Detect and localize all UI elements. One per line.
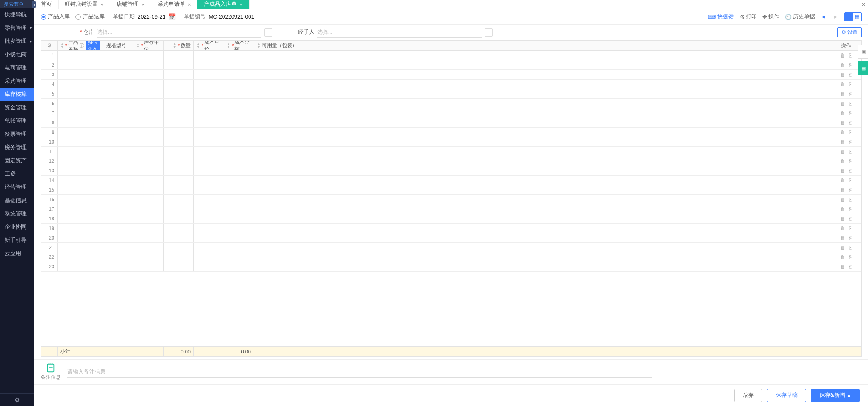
cell-avail[interactable]	[254, 252, 831, 262]
cell-price[interactable]	[194, 214, 224, 223]
cell-avail[interactable]	[254, 224, 831, 233]
tab-3[interactable]: 采购申请单×	[151, 0, 197, 9]
delete-icon[interactable]: 🗑	[840, 206, 845, 212]
close-icon[interactable]: ×	[188, 2, 191, 7]
cell-unit[interactable]	[133, 233, 164, 242]
rail-button-1[interactable]: ▣	[858, 45, 868, 59]
delete-icon[interactable]: 🗑	[840, 225, 845, 231]
cell-unit[interactable]	[133, 51, 164, 60]
cell-unit[interactable]	[133, 147, 164, 156]
table-row[interactable]: 14🗑⎘	[41, 176, 861, 185]
cell-avail[interactable]	[254, 60, 831, 69]
cell-avail[interactable]	[254, 89, 831, 98]
grid-settings-button[interactable]: ⚙ 设置	[837, 27, 862, 37]
delete-icon[interactable]: 🗑	[840, 81, 845, 87]
copy-icon[interactable]: ⎘	[849, 206, 852, 212]
tab-4[interactable]: 产成品入库单×	[197, 0, 249, 9]
scan-badge[interactable]: 扫码录入	[86, 41, 100, 50]
cell-spec[interactable]	[103, 108, 133, 118]
cell-price[interactable]	[194, 70, 224, 79]
copy-icon[interactable]: ⎘	[849, 245, 852, 250]
history-next-button[interactable]: ▶	[832, 13, 839, 21]
cell-amount[interactable]	[224, 224, 254, 233]
view-list-button[interactable]: ≡	[845, 13, 853, 21]
cell-qty[interactable]	[164, 70, 194, 79]
nav-item-2[interactable]: 批发管理▾	[0, 35, 34, 48]
cell-avail[interactable]	[254, 80, 831, 89]
cell-qty[interactable]	[164, 262, 194, 271]
cell-spec[interactable]	[103, 176, 133, 185]
cell-price[interactable]	[194, 128, 224, 137]
copy-icon[interactable]: ⎘	[849, 225, 852, 231]
cell-name[interactable]	[58, 108, 103, 118]
cell-name[interactable]	[58, 252, 103, 262]
tab-1[interactable]: 旺铺店铺设置×	[59, 0, 110, 9]
col-price[interactable]: ▲▼*成本单价	[194, 41, 224, 50]
copy-icon[interactable]: ⎘	[849, 101, 852, 106]
table-row[interactable]: 9🗑⎘	[41, 128, 861, 137]
table-row[interactable]: 15🗑⎘	[41, 185, 861, 195]
cell-amount[interactable]	[224, 195, 254, 204]
sidebar-collapse-handle[interactable]: ◂	[32, 1, 36, 8]
cell-unit[interactable]	[133, 214, 164, 223]
table-row[interactable]: 11🗑⎘	[41, 147, 861, 156]
cell-unit[interactable]	[133, 166, 164, 175]
cell-spec[interactable]	[103, 156, 133, 166]
table-row[interactable]: 21🗑⎘	[41, 243, 861, 252]
cell-price[interactable]	[194, 118, 224, 127]
cell-spec[interactable]	[103, 195, 133, 204]
cell-unit[interactable]	[133, 80, 164, 89]
cell-avail[interactable]	[254, 118, 831, 127]
save-draft-button[interactable]: 保存草稿	[767, 389, 806, 402]
copy-icon[interactable]: ⎘	[849, 187, 852, 192]
cell-amount[interactable]	[224, 128, 254, 137]
copy-icon[interactable]: ⎘	[849, 254, 852, 260]
sidebar-search[interactable]: 搜索菜单	[0, 0, 34, 8]
nav-item-18[interactable]: 云应用	[0, 247, 34, 260]
cell-amount[interactable]	[224, 89, 254, 98]
copy-icon[interactable]: ⎘	[849, 129, 852, 135]
radio-product-out[interactable]: 产品退库	[75, 13, 105, 21]
col-qty[interactable]: ▲▼*数量	[164, 41, 194, 50]
nav-item-14[interactable]: 基础信息	[0, 194, 34, 207]
table-row[interactable]: 12🗑⎘	[41, 156, 861, 166]
col-gear[interactable]: ⚙	[41, 41, 58, 50]
copy-icon[interactable]: ⎘	[849, 62, 852, 68]
cell-avail[interactable]	[254, 51, 831, 60]
cell-qty[interactable]	[164, 233, 194, 242]
copy-icon[interactable]: ⎘	[849, 197, 852, 202]
table-row[interactable]: 16🗑⎘	[41, 195, 861, 204]
cell-unit[interactable]	[133, 60, 164, 69]
delete-icon[interactable]: 🗑	[840, 110, 845, 116]
cell-unit[interactable]	[133, 243, 164, 252]
cell-qty[interactable]	[164, 166, 194, 175]
delete-icon[interactable]: 🗑	[840, 216, 845, 221]
cell-amount[interactable]	[224, 214, 254, 223]
cell-name[interactable]	[58, 118, 103, 127]
doc-date-value[interactable]: 2022-09-21	[138, 14, 165, 20]
tab-2[interactable]: 店铺管理×	[110, 0, 151, 9]
copy-icon[interactable]: ⎘	[849, 72, 852, 77]
table-row[interactable]: 8🗑⎘	[41, 118, 861, 128]
cell-qty[interactable]	[164, 243, 194, 252]
cell-name[interactable]	[58, 214, 103, 223]
nav-item-16[interactable]: 企业协同	[0, 220, 34, 234]
delete-icon[interactable]: 🗑	[840, 53, 845, 58]
gear-icon[interactable]: ⚙	[14, 396, 20, 404]
nav-item-13[interactable]: 经营管理	[0, 181, 34, 194]
col-available[interactable]: ▲▼可用量（包装）	[254, 41, 831, 50]
cell-avail[interactable]	[254, 108, 831, 118]
rail-button-2[interactable]: ▤	[858, 61, 868, 75]
cell-amount[interactable]	[224, 108, 254, 118]
cell-unit[interactable]	[133, 137, 164, 146]
cell-unit[interactable]	[133, 262, 164, 271]
cell-name[interactable]	[58, 262, 103, 271]
delete-icon[interactable]: 🗑	[840, 72, 845, 77]
close-icon[interactable]: ×	[101, 2, 103, 7]
cell-avail[interactable]	[254, 166, 831, 175]
copy-icon[interactable]: ⎘	[849, 120, 852, 125]
cell-unit[interactable]	[133, 224, 164, 233]
table-row[interactable]: 5🗑⎘	[41, 89, 861, 99]
cell-qty[interactable]	[164, 99, 194, 108]
handler-input[interactable]	[317, 27, 482, 38]
